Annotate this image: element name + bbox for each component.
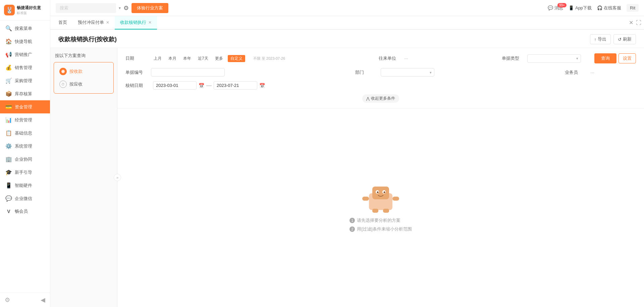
query-btn[interactable]: 查询 [594,53,616,63]
voucher-no-input[interactable] [151,68,225,76]
sidebar-label: 快捷导航 [15,39,32,45]
sidebar-item-quick-nav[interactable]: 🏠 快捷导航 [0,35,50,48]
business-icon: 📊 [5,117,12,123]
counterpart-dots[interactable]: ··· [404,56,408,61]
sidebar-item-finance[interactable]: 💳 资金管理 [0,100,50,113]
date-label: 日期 [125,55,149,61]
sidebar-label: 搜索菜单 [15,25,32,32]
query-label: 按应收 [69,81,83,87]
svg-point-6 [384,192,385,193]
page-header-actions: ↑ 导出 ↺ 刷新 [590,34,636,44]
topbar-search[interactable]: 搜索 [56,3,116,13]
solution-btn[interactable]: 体验行业方案 [131,3,168,13]
finance-icon: 💳 [5,104,12,110]
app-download-btn[interactable]: 📱 App下载 [569,5,592,11]
empty-hints: 1 请先选择要分析的方案 2 用[过滤]条件来缩小分析范围 [350,217,412,232]
sidebar-label: 系统管理 [15,143,32,149]
sidebar-label: 经营管理 [15,117,32,123]
receivable-icon: ⏱ [59,81,67,88]
tab-collection[interactable]: 收款核销执行 ✕ [115,16,157,30]
sidebar-item-inventory[interactable]: 📦 库存核算 [0,87,50,100]
sidebar-item-business[interactable]: 📊 经营管理 [0,113,50,126]
dept-select[interactable] [381,68,434,76]
left-query-panel: 按以下方案查询 按收款 ⏱ 按应收 [50,48,117,307]
export-icon: ↑ [594,37,597,42]
tab-close-all-icon[interactable]: ✕ [629,19,633,26]
query-option-by-collection[interactable]: 按收款 [54,65,113,78]
staff-label: 业务员 [565,69,588,75]
message-btn[interactable]: 💬 消息 99+ [548,5,563,11]
sidebar-label: 采购管理 [15,78,32,84]
guide-icon: 🎓 [5,169,12,175]
sidebar-item-wechat[interactable]: 💬 企业微信 [0,192,50,205]
query-label: 按收款 [69,68,83,74]
collapse-filter-btn[interactable]: ⋀ 收起更多条件 [362,94,399,103]
date-btn-this-year[interactable]: 本年 [181,55,193,62]
sidebar-item-sales[interactable]: 💰 销售管理 [0,61,50,74]
date-btn-7days[interactable]: 近7天 [196,55,210,62]
empty-state: 1 请先选择要分析的方案 2 用[过滤]条件来缩小分析范围 [117,108,644,307]
date-btn-more[interactable]: 更多 [213,55,225,62]
step-1-text: 请先选择要分析的方案 [357,217,400,223]
page-title: 收款核销执行(按收款) [58,35,117,43]
dept-filter: 部门 [355,68,434,76]
tab-home[interactable]: 首页 [53,16,72,30]
sidebar-item-vip[interactable]: V 畅会员 [0,205,50,218]
sidebar-item-marketing[interactable]: 📢 营销推广 [0,48,50,61]
page-header: 收款核销执行(按收款) ↑ 导出 ↺ 刷新 [50,30,644,48]
main-area: 搜索 ▾ ⚙ 体验行业方案 💬 消息 99+ 📱 App下载 🎧 在线客服 Ri… [50,0,644,307]
panel-collapse-btn[interactable]: » [114,174,121,181]
message-badge: 99+ [557,3,567,7]
verify-date-range: 📅 — 📅 [153,81,265,90]
verify-date-end-input[interactable] [214,81,257,90]
sidebar-item-hardware[interactable]: 📱 智能硬件 [0,179,50,192]
export-btn[interactable]: ↑ 导出 [590,34,611,44]
date-btn-this-month[interactable]: 本月 [166,55,178,62]
sidebar-item-search-menu[interactable]: 🔍 搜索菜单 [0,22,50,35]
verify-date-start-input[interactable] [153,81,197,90]
vip-icon: V [5,209,12,214]
tab-expand-icon[interactable]: ⛶ [636,20,641,26]
setting-btn[interactable]: 设置 [619,53,636,63]
date-separator: — [206,83,212,89]
sidebar-label: 库存核算 [15,91,32,97]
voucher-type-select[interactable] [527,54,581,63]
date-not-limited: 不限 至 2023-07-26 [253,56,285,61]
query-action-btns: 查询 设置 [594,53,636,63]
calendar-end-icon[interactable]: 📅 [259,83,265,88]
tab-close-prepay[interactable]: ✕ [106,20,109,25]
online-service-btn[interactable]: 🎧 在线客服 [597,5,621,11]
calendar-start-icon[interactable]: 📅 [199,83,204,88]
sidebar-item-system[interactable]: ⚙️ 系统管理 [0,140,50,153]
topbar-gear-icon[interactable]: ⚙ [123,4,129,12]
sidebar-item-enterprise[interactable]: 🏢 企业协同 [0,153,50,166]
tab-close-collection[interactable]: ✕ [148,20,152,25]
sidebar-item-purchase[interactable]: 🛒 采购管理 [0,74,50,87]
date-btn-custom[interactable]: 自定义 [228,55,245,62]
collection-icon [59,68,67,75]
sidebar-item-guide[interactable]: 🎓 新手引导 [0,166,50,179]
content-area: 按以下方案查询 按收款 ⏱ 按应收 [50,48,644,307]
basic-info-icon: 📋 [5,130,12,136]
hint-step-2: 2 用[过滤]条件来缩小分析范围 [350,226,412,232]
filter-area: 日期 上月 本月 本年 近7天 更多 自定义 不限 至 2023-07-26 [117,48,644,108]
query-option-by-receivable[interactable]: ⏱ 按应收 [54,78,113,91]
svg-rect-10 [383,209,389,213]
message-icon: 💬 [548,5,553,10]
sidebar-label: 企业协同 [15,156,32,162]
topbar-left: 搜索 ▾ ⚙ 体验行业方案 [56,3,544,13]
topbar-chevron-icon: ▾ [119,6,121,10]
tab-prepay[interactable]: 预付冲应付单 ✕ [72,16,115,30]
filter-collapse-row: ⋀ 收起更多条件 [125,94,636,103]
collapse-sidebar-icon[interactable]: ◀ [41,296,45,304]
user-menu[interactable]: Rit [627,4,639,12]
system-icon: ⚙️ [5,143,12,149]
topbar: 搜索 ▾ ⚙ 体验行业方案 💬 消息 99+ 📱 App下载 🎧 在线客服 Ri… [50,0,644,16]
staff-dots[interactable]: ··· [590,70,594,75]
date-btn-last-month[interactable]: 上月 [152,55,164,62]
refresh-btn[interactable]: ↺ 刷新 [613,34,636,44]
tabs-bar: 首页 预付冲应付单 ✕ 收款核销执行 ✕ ✕ ⛶ [50,16,644,30]
sidebar-item-basic-info[interactable]: 📋 基础信息 [0,126,50,140]
settings-icon[interactable]: ⚙ [5,296,10,304]
app-icon: 📱 [569,5,574,10]
